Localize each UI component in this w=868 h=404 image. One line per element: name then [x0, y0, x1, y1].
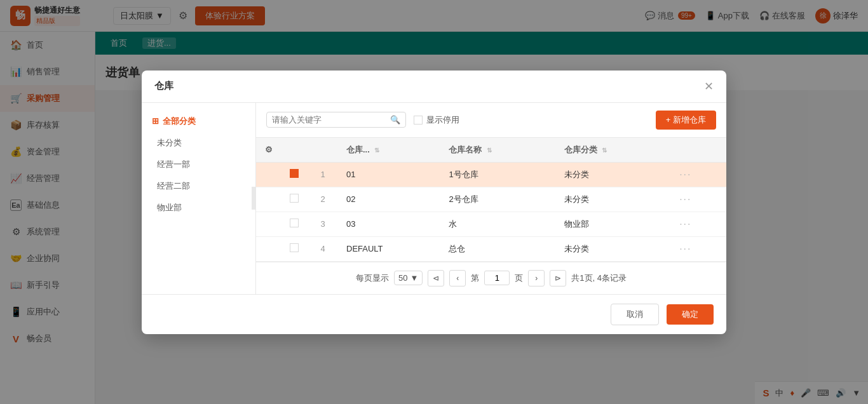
- row-code-3: DEFAULT: [339, 236, 441, 261]
- modal-title: 仓库: [154, 80, 173, 92]
- table-header-name[interactable]: 仓库名称 ⇅: [441, 138, 556, 163]
- row-category-1: 未分类: [557, 187, 672, 212]
- row-num-0: 1: [307, 162, 339, 187]
- row-code-2: 03: [339, 212, 441, 236]
- search-box: 🔍: [266, 112, 406, 128]
- sort-category-icon: ⇅: [602, 147, 607, 154]
- row-category-0: 未分类: [557, 162, 672, 187]
- per-page-select[interactable]: 50 ▼: [394, 271, 423, 285]
- first-page-button[interactable]: ⊲: [428, 270, 444, 286]
- row-code-1: 02: [339, 187, 441, 212]
- category-item-unclassified[interactable]: 未分类: [142, 132, 255, 154]
- disabled-checkbox[interactable]: [414, 116, 423, 125]
- sort-code-icon: ⇅: [374, 147, 379, 154]
- table-header-row: ⚙ 仓库... ⇅ 仓库名称 ⇅: [256, 138, 726, 163]
- last-page-button[interactable]: ⊳: [550, 270, 566, 286]
- category-item-dept2[interactable]: 经营二部: [142, 175, 255, 197]
- gear-header-icon: ⚙: [265, 145, 273, 154]
- warehouse-modal: 仓库 ✕ ⊞ 全部分类 未分类 经营一部 经营二部: [142, 71, 726, 334]
- row-gear-3: [256, 236, 281, 261]
- show-disabled-checkbox[interactable]: 显示停用: [414, 114, 459, 126]
- row-check-2[interactable]: [281, 212, 307, 236]
- table-row[interactable]: 4 DEFAULT 总仓 未分类 ···: [256, 236, 726, 261]
- row-gear-2: [256, 212, 281, 236]
- row-name-2: 水: [441, 212, 556, 236]
- modal-pagination: 每页显示 50 ▼ ⊲ ‹ 第 页 › ⊳ 共1页, 4条记录: [256, 262, 726, 294]
- category-panel: ⊞ 全部分类 未分类 经营一部 经营二部 物业部 《: [142, 103, 256, 294]
- row-gear-0: [256, 162, 281, 187]
- search-icon: 🔍: [390, 115, 400, 125]
- cancel-button[interactable]: 取消: [611, 304, 659, 325]
- row-check-3[interactable]: [281, 236, 307, 261]
- confirm-button[interactable]: 确定: [667, 304, 714, 325]
- content-panel: 🔍 显示停用 + 新增仓库 ⚙: [256, 103, 726, 294]
- modal-overlay: 仓库 ✕ ⊞ 全部分类 未分类 经营一部 经营二部: [0, 0, 868, 404]
- category-item-dept1[interactable]: 经营一部: [142, 154, 255, 175]
- row-name-1: 2号仓库: [441, 187, 556, 212]
- row-more-0[interactable]: ···: [672, 162, 726, 187]
- table-header-gear: ⚙: [256, 138, 281, 163]
- row-more-3[interactable]: ···: [672, 236, 726, 261]
- table-header-actions: [672, 138, 726, 163]
- row-more-1[interactable]: ···: [672, 187, 726, 212]
- sort-name-icon: ⇅: [487, 147, 492, 154]
- collapse-panel-button[interactable]: 《: [252, 187, 256, 210]
- category-item-property[interactable]: 物业部: [142, 197, 255, 219]
- row-num-3: 4: [307, 236, 339, 261]
- per-page-chevron-icon: ▼: [410, 273, 418, 283]
- prev-page-button[interactable]: ‹: [449, 270, 466, 286]
- row-category-3: 未分类: [557, 236, 672, 261]
- table-row[interactable]: 2 02 2号仓库 未分类 ···: [256, 187, 726, 212]
- table-header-category[interactable]: 仓库分类 ⇅: [557, 138, 672, 163]
- grid-icon: ⊞: [152, 116, 159, 126]
- modal-header: 仓库 ✕: [142, 71, 726, 103]
- row-num-1: 2: [307, 187, 339, 212]
- warehouse-table: ⚙ 仓库... ⇅ 仓库名称 ⇅: [256, 138, 726, 262]
- table-header-row-num: [307, 138, 339, 163]
- table-row[interactable]: 1 01 1号仓库 未分类 ···: [256, 162, 726, 187]
- modal-footer: 取消 确定: [142, 294, 726, 334]
- modal-body: ⊞ 全部分类 未分类 经营一部 经营二部 物业部 《: [142, 103, 726, 294]
- row-name-0: 1号仓库: [441, 162, 556, 187]
- modal-toolbar: 🔍 显示停用 + 新增仓库: [256, 103, 726, 138]
- row-gear-1: [256, 187, 281, 212]
- row-check-0[interactable]: [281, 162, 307, 187]
- modal-close-button[interactable]: ✕: [704, 79, 714, 93]
- table-header-check: [281, 138, 307, 163]
- row-more-2[interactable]: ···: [672, 212, 726, 236]
- search-input[interactable]: [272, 115, 386, 125]
- row-num-2: 3: [307, 212, 339, 236]
- row-category-2: 物业部: [557, 212, 672, 236]
- table-row[interactable]: 3 03 水 物业部 ···: [256, 212, 726, 236]
- page-number-input[interactable]: [484, 271, 510, 285]
- add-warehouse-button[interactable]: + 新增仓库: [656, 111, 716, 130]
- row-code-0: 01: [339, 162, 441, 187]
- next-page-button[interactable]: ›: [528, 270, 545, 286]
- table-header-code[interactable]: 仓库... ⇅: [339, 138, 441, 163]
- row-check-1[interactable]: [281, 187, 307, 212]
- row-name-3: 总仓: [441, 236, 556, 261]
- all-categories-item[interactable]: ⊞ 全部分类: [142, 111, 255, 132]
